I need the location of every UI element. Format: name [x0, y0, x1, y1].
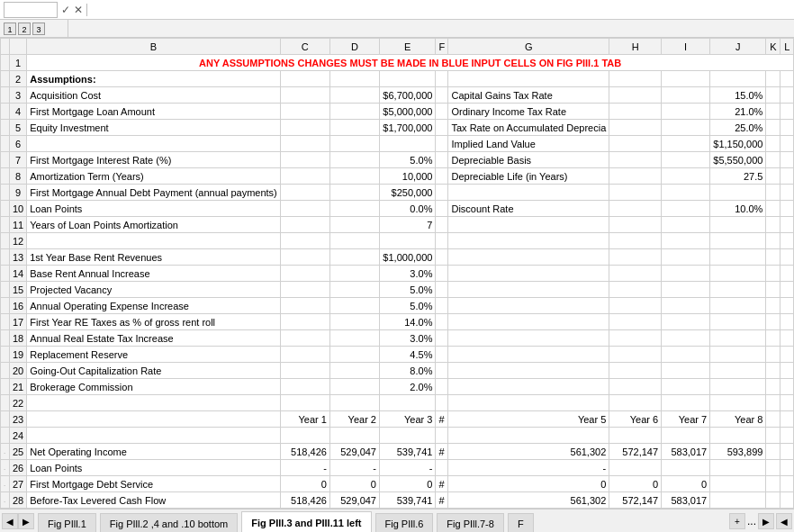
cell-B14[interactable]: Base Rent Annual Increase — [27, 266, 281, 282]
cell-H13[interactable] — [609, 249, 662, 266]
cell-L21[interactable] — [780, 379, 794, 395]
cell-H7[interactable] — [609, 152, 662, 168]
cell-C22[interactable] — [280, 395, 329, 411]
cell-C18[interactable] — [280, 330, 329, 347]
cell-K14[interactable] — [766, 266, 780, 282]
cell-I4[interactable] — [662, 104, 710, 120]
cell-C17[interactable] — [280, 314, 329, 330]
cell-B21[interactable]: Brokerage Commission — [27, 379, 281, 395]
cell-E20[interactable]: 8.0% — [379, 363, 435, 379]
cell-J5[interactable]: 25.0% — [710, 120, 766, 136]
cell-D28[interactable]: 529,047 — [329, 492, 379, 509]
level-1-btn[interactable]: 1 — [4, 23, 16, 35]
cell-L24[interactable] — [780, 428, 794, 444]
cell-K4[interactable] — [766, 104, 780, 120]
cell-L25[interactable] — [780, 444, 794, 460]
x-icon[interactable]: ✕ — [74, 4, 83, 16]
tab-ellipsis[interactable]: ... — [747, 515, 756, 527]
cell-C24[interactable] — [280, 428, 329, 444]
cell-L2[interactable] — [780, 71, 794, 87]
cell-C6[interactable] — [280, 136, 329, 152]
cell-G25[interactable]: 561,302 — [448, 444, 609, 460]
cell-D7[interactable] — [329, 152, 379, 168]
cell-C11[interactable] — [280, 217, 329, 233]
cell-K16[interactable] — [766, 298, 780, 314]
cell-B10[interactable]: Loan Points — [27, 201, 281, 217]
cell-K19[interactable] — [766, 347, 780, 363]
cell-C20[interactable] — [280, 363, 329, 379]
cell-K17[interactable] — [766, 314, 780, 330]
cell-G7[interactable]: Depreciable Basis — [448, 152, 609, 168]
cell-F26[interactable] — [436, 460, 448, 476]
cell-G28[interactable]: 561,302 — [448, 492, 609, 509]
cell-I17[interactable] — [662, 314, 710, 330]
cell-H16[interactable] — [609, 298, 662, 314]
cell-I24[interactable] — [662, 428, 710, 444]
cell-H25[interactable]: 572,147 — [609, 444, 662, 460]
cell-D8[interactable] — [329, 168, 379, 185]
cell-J10[interactable]: 10.0% — [710, 201, 766, 217]
cell-I12[interactable] — [662, 233, 710, 249]
cell-B6[interactable] — [27, 136, 281, 152]
cell-D14[interactable] — [329, 266, 379, 282]
cell-D12[interactable] — [329, 233, 379, 249]
level-3-btn[interactable]: 3 — [32, 23, 45, 35]
cell-H12[interactable] — [609, 233, 662, 249]
cell-J2[interactable] — [710, 71, 766, 87]
cell-H14[interactable] — [609, 266, 662, 282]
cell-H24[interactable] — [609, 428, 662, 444]
cell-F17[interactable] — [436, 314, 448, 330]
cell-B9[interactable]: First Mortgage Annual Debt Payment (annu… — [27, 185, 281, 201]
col-header-d[interactable]: D — [329, 39, 379, 55]
cell-E27[interactable]: 0 — [379, 476, 435, 492]
cell-K27[interactable] — [766, 476, 780, 492]
cell-I13[interactable] — [662, 249, 710, 266]
cell-J13[interactable] — [710, 249, 766, 266]
cell-F8[interactable] — [436, 168, 448, 185]
cell-H21[interactable] — [609, 379, 662, 395]
cell-C14[interactable] — [280, 266, 329, 282]
cell-G16[interactable] — [448, 298, 609, 314]
cell-G9[interactable] — [448, 185, 609, 201]
cell-C8[interactable] — [280, 168, 329, 185]
formula-input[interactable] — [95, 2, 790, 18]
cell-H8[interactable] — [609, 168, 662, 185]
cell-L9[interactable] — [780, 185, 794, 201]
cell-D24[interactable] — [329, 428, 379, 444]
cell-C12[interactable] — [280, 233, 329, 249]
cell-L22[interactable] — [780, 395, 794, 411]
check-icon[interactable]: ✓ — [61, 4, 70, 16]
cell-H4[interactable] — [609, 104, 662, 120]
cell-K22[interactable] — [766, 395, 780, 411]
cell-F11[interactable] — [436, 217, 448, 233]
cell-F4[interactable] — [436, 104, 448, 120]
cell-D25[interactable]: 529,047 — [329, 444, 379, 460]
col-header-l[interactable]: L — [780, 39, 794, 55]
cell-I27[interactable]: 0 — [662, 476, 710, 492]
cell-C16[interactable] — [280, 298, 329, 314]
cell-H28[interactable]: 572,147 — [609, 492, 662, 509]
cell-E24[interactable] — [379, 428, 435, 444]
cell-H26[interactable] — [609, 460, 662, 476]
cell-G14[interactable] — [448, 266, 609, 282]
cell-C19[interactable] — [280, 347, 329, 363]
cell-K2[interactable] — [766, 71, 780, 87]
cell-B3[interactable]: Acquisition Cost — [27, 87, 281, 104]
cell-L11[interactable] — [780, 217, 794, 233]
cell-I28[interactable]: 583,017 — [662, 492, 710, 509]
cell-J14[interactable] — [710, 266, 766, 282]
cell-D4[interactable] — [329, 104, 379, 120]
tab-nav-left[interactable]: ◀ — [2, 513, 18, 529]
cell-B27[interactable]: First Mortgage Debt Service — [27, 476, 281, 492]
cell-E16[interactable]: 5.0% — [379, 298, 435, 314]
cell-I5[interactable] — [662, 120, 710, 136]
cell-G23[interactable]: Year 5 — [448, 411, 609, 428]
cell-K5[interactable] — [766, 120, 780, 136]
cell-L18[interactable] — [780, 330, 794, 347]
cell-G8[interactable]: Depreciable Life (in Years) — [448, 168, 609, 185]
cell-J18[interactable] — [710, 330, 766, 347]
tab-item-0[interactable]: Fig PIll.1 — [38, 513, 96, 533]
cell-L4[interactable] — [780, 104, 794, 120]
cell-D5[interactable] — [329, 120, 379, 136]
cell-K7[interactable] — [766, 152, 780, 168]
